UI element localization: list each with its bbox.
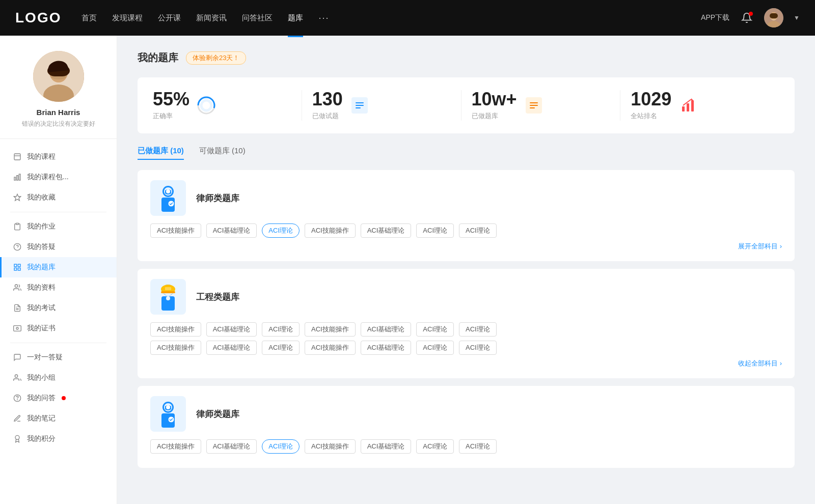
tag[interactable]: ACI理论 [459,439,497,454]
tags-row-3: ACI技能操作 ACI基础理论 ACI理论 ACI技能操作 ACI基础理论 AC… [150,439,782,454]
tag[interactable]: ACI理论 [416,341,454,355]
tag[interactable]: ACI基础理论 [206,223,257,238]
svg-rect-44 [691,100,694,111]
svg-rect-40 [530,105,538,106]
sidebar-label: 我的积分 [27,434,56,443]
svg-rect-20 [14,268,17,270]
nav-questions[interactable]: 题库 [288,11,303,25]
tag[interactable]: ACI基础理论 [206,439,257,454]
svg-point-26 [16,327,18,329]
tag[interactable]: ACI技能操作 [150,439,201,454]
bank-card-header: 律师类题库 [150,180,782,216]
profile-section: Brian Harris 错误的决定比没有决定要好 [0,51,117,139]
tag[interactable]: ACI理论 [262,322,300,337]
svg-point-56 [166,296,170,300]
bar-up-icon [679,96,697,115]
collapse-link[interactable]: 收起全部科目 › [150,359,782,368]
nav-discover[interactable]: 发现课程 [112,11,143,25]
sidebar-divider-1 [10,212,106,212]
tag[interactable]: ACI基础理论 [206,322,257,337]
navbar: LOGO 首页 发现课程 公开课 新闻资讯 问答社区 题库 ··· APP下载 [0,0,815,36]
nav-menu: 首页 发现课程 公开课 新闻资讯 问答社区 题库 ··· [82,11,701,25]
bank-card-lawyer-2: 律师类题库 ACI技能操作 ACI基础理论 ACI理论 ACI技能操作 ACI基… [138,386,795,468]
tag-active[interactable]: ACI理论 [262,439,300,454]
svg-point-60 [166,405,170,409]
sidebar-item-homework[interactable]: 我的作业 [0,216,117,237]
nav-news[interactable]: 新闻资讯 [196,11,227,25]
app-download-link[interactable]: APP下载 [701,13,729,22]
sidebar-item-my-courses[interactable]: 我的课程 [0,147,117,167]
user-menu-chevron[interactable]: ▼ [794,14,800,21]
tag[interactable]: ACI技能操作 [150,322,201,337]
stat-accuracy: 55% 正确率 [153,90,302,121]
sidebar-item-questions[interactable]: 我的问答 [0,388,117,408]
stat-value: 55% [153,90,189,108]
sidebar-item-exam[interactable]: 我的考试 [0,298,117,318]
tag-active[interactable]: ACI理论 [262,223,300,238]
sidebar-item-my-qa[interactable]: 我的答疑 [0,237,117,257]
tag[interactable]: ACI技能操作 [150,223,201,238]
lawyer-icon [150,180,186,216]
tag[interactable]: ACI理论 [416,223,454,238]
svg-marker-45 [691,98,693,100]
tag[interactable]: ACI基础理论 [206,341,257,355]
tag[interactable]: ACI理论 [262,341,300,355]
tag[interactable]: ACI技能操作 [305,322,356,337]
bank-title: 工程类题库 [196,291,239,303]
grid-icon [13,263,22,272]
tag[interactable]: ACI理论 [459,322,497,337]
tab-available-banks[interactable]: 可做题库 (10) [199,146,246,160]
sidebar-item-certificate[interactable]: 我的证书 [0,318,117,339]
bank-card-lawyer-1: 律师类题库 ACI技能操作 ACI基础理论 ACI理论 ACI技能操作 ACI基… [138,170,795,261]
bank-card-header: 工程类题库 [150,279,782,315]
user-avatar[interactable] [764,8,783,27]
tag[interactable]: ACI技能操作 [150,341,201,355]
tab-done-banks[interactable]: 已做题库 (10) [138,146,184,160]
stat-accuracy-text: 55% 正确率 [153,90,189,121]
nav-open-course[interactable]: 公开课 [158,11,181,25]
svg-rect-12 [17,176,18,180]
sidebar-item-course-package[interactable]: 我的课程包... [0,167,117,187]
svg-rect-19 [18,264,20,267]
expand-link-1[interactable]: 展开全部科目 › [150,242,782,251]
tag[interactable]: ACI理论 [459,341,497,355]
tag[interactable]: ACI技能操作 [305,439,356,454]
notification-bell[interactable] [740,11,754,25]
tag[interactable]: ACI基础理论 [361,439,412,454]
tag[interactable]: ACI基础理论 [361,223,412,238]
tag[interactable]: ACI理论 [459,223,497,238]
stat-label: 已做题库 [472,111,517,121]
svg-point-49 [166,189,170,193]
tag[interactable]: ACI基础理论 [361,341,412,355]
tag[interactable]: ACI技能操作 [305,341,356,355]
sidebar-item-notes[interactable]: 我的笔记 [0,408,117,429]
stat-value: 10w+ [472,90,517,108]
tag[interactable]: ACI理论 [416,322,454,337]
sidebar-label: 我的答疑 [27,242,56,251]
svg-rect-36 [356,105,364,106]
svg-rect-4 [770,13,778,18]
sidebar-item-profile[interactable]: 我的资料 [0,277,117,298]
tag[interactable]: ACI基础理论 [361,322,412,337]
star-icon [13,193,22,202]
bank-card-engineer: 工程类题库 ACI技能操作 ACI基础理论 ACI理论 ACI技能操作 ACI基… [138,269,795,378]
sidebar-item-question-bank[interactable]: 我的题库 [0,257,117,277]
logo[interactable]: LOGO [15,10,61,26]
svg-point-29 [17,400,18,400]
sidebar: Brian Harris 错误的决定比没有决定要好 我的课程 我的课程包... [0,36,117,504]
profile-name: Brian Harris [37,108,80,117]
question-mark-icon [13,394,22,403]
file-icon [13,152,22,161]
sidebar-item-group[interactable]: 我的小组 [0,368,117,388]
sidebar-item-one-on-one[interactable]: 一对一答疑 [0,347,117,368]
sidebar-item-points[interactable]: 我的积分 [0,429,117,449]
sidebar-item-favorites[interactable]: 我的收藏 [0,187,117,208]
lawyer-icon-2 [150,396,186,432]
tag[interactable]: ACI技能操作 [305,223,356,238]
nav-qa[interactable]: 问答社区 [242,11,273,25]
list-blue-icon [350,96,369,115]
nav-more[interactable]: ··· [318,13,329,23]
tag[interactable]: ACI理论 [416,439,454,454]
nav-home[interactable]: 首页 [82,11,97,25]
profile-avatar [33,51,84,102]
